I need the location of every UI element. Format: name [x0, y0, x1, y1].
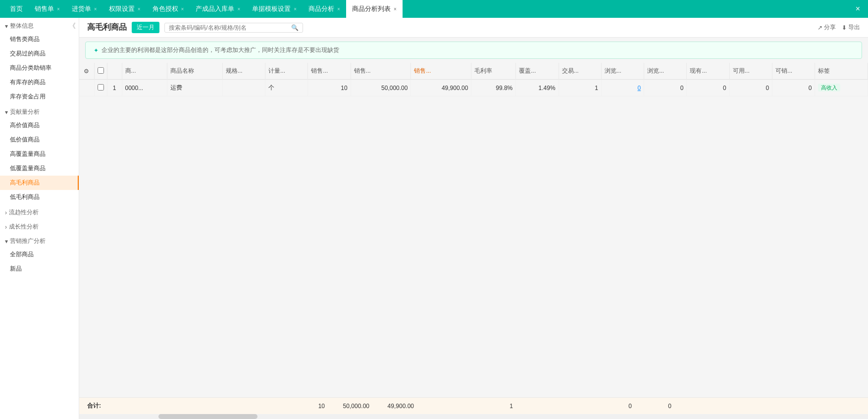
nav-product-in[interactable]: 产成品入库单 ×	[190, 0, 246, 18]
sidebar-group-overview[interactable]: ▾ 整体信息	[0, 18, 79, 32]
sidebar-item-stock-capital[interactable]: 库存资金占用	[0, 90, 79, 104]
export-button[interactable]: ⬇ 导出	[842, 23, 860, 32]
nav-role-close[interactable]: ×	[181, 6, 184, 12]
col-name[interactable]: 商品名称	[167, 63, 222, 80]
sidebar-item-high-value[interactable]: 高价值商品	[0, 118, 79, 133]
row-spec	[222, 80, 265, 96]
sidebar-item-category-rate[interactable]: 商品分类助销率	[0, 61, 79, 75]
sidebar-item-stock-goods[interactable]: 有库存的商品	[0, 75, 79, 90]
sidebar-item-traded-goods[interactable]: 交易过的商品	[0, 47, 79, 61]
row-settings	[79, 80, 94, 96]
topnav-close-button[interactable]: ×	[852, 4, 864, 13]
col-coverage[interactable]: 覆盖...	[516, 63, 559, 80]
nav-purchase-close[interactable]: ×	[94, 6, 97, 12]
header-actions: ↗ 分享 ⬇ 导出	[817, 23, 860, 32]
col-sales-qty[interactable]: 销售...	[308, 63, 351, 80]
row-browse1[interactable]: 0	[601, 80, 644, 96]
row-gross-margin: 99.8%	[471, 80, 516, 96]
sidebar-group-marketing[interactable]: ▾ 营销推广分析	[0, 233, 79, 247]
nav-goods-analysis-close[interactable]: ×	[337, 6, 340, 12]
content-area: 高毛利商品 近一月 🔍 ↗ 分享 ⬇ 导出 ✦ 企业的主要的利润都是这部分商品创…	[79, 18, 868, 419]
row-current-stock: 0	[687, 80, 729, 96]
sidebar-group-growth[interactable]: › 成长性分析	[0, 219, 79, 233]
row-checkbox[interactable]	[94, 80, 107, 96]
row-unit: 个	[265, 80, 308, 96]
sidebar-collapse-button[interactable]: 《	[69, 22, 76, 31]
row-name: 运费	[167, 80, 222, 96]
col-browse1[interactable]: 浏览...	[601, 63, 644, 80]
sidebar-group-marketing-label: 营销推广分析	[10, 237, 46, 245]
col-sales-profit[interactable]: 销售...	[411, 63, 471, 80]
nav-home[interactable]: 首页	[4, 0, 29, 18]
row-sellable-stock: 0	[772, 80, 815, 96]
search-box: 🔍	[164, 23, 303, 33]
col-unit[interactable]: 计量...	[265, 63, 308, 80]
search-input[interactable]	[169, 24, 289, 31]
nav-role[interactable]: 角色授权 ×	[147, 0, 190, 18]
row-index: 1	[107, 80, 122, 96]
table-container: ⚙ 商... 商品名称 规格... 计量... 销售... 销售... 销售..…	[79, 63, 868, 397]
sidebar-item-all-goods[interactable]: 全部商品	[0, 247, 79, 262]
goods-table: ⚙ 商... 商品名称 规格... 计量... 销售... 销售... 销售..…	[79, 63, 868, 96]
row-tag: 高收入	[815, 80, 868, 96]
col-sellable-stock[interactable]: 可销...	[772, 63, 815, 80]
nav-permission[interactable]: 权限设置 ×	[103, 0, 147, 18]
col-checkbox[interactable]	[94, 63, 107, 80]
info-banner-text: 企业的主要的利润都是这部分商品创造的，可考虑加大推广，同时关注库存是不要出现缺货	[102, 46, 339, 54]
info-icon: ✦	[94, 47, 99, 54]
nav-purchase[interactable]: 进货单 ×	[66, 0, 103, 18]
sidebar-group-flow[interactable]: › 流趋性分析	[0, 204, 79, 219]
footer-sales-amount: 50,000.00	[325, 403, 369, 410]
row-sales-profit: 49,900.00	[411, 80, 471, 96]
col-gross-margin[interactable]: 毛利率	[471, 63, 516, 80]
row-browse2: 0	[644, 80, 687, 96]
nav-goods-analysis[interactable]: 商品分析 ×	[303, 0, 346, 18]
nav-goods-analysis-list[interactable]: 商品分析列表 ×	[346, 0, 403, 18]
main-layout: 《 ▾ 整体信息 销售类商品 交易过的商品 商品分类助销率 有库存的商品 库存资…	[0, 18, 868, 419]
col-available-stock[interactable]: 可用...	[729, 63, 772, 80]
footer-total-bar: 合计: 10 50,000.00 49,900.00 1 0 0	[79, 397, 868, 414]
sidebar-item-high-margin[interactable]: 高毛利商品	[0, 176, 79, 190]
nav-product-in-close[interactable]: ×	[237, 6, 240, 12]
nav-template[interactable]: 单据模板设置 ×	[246, 0, 303, 18]
table-header-row: ⚙ 商... 商品名称 规格... 计量... 销售... 销售... 销售..…	[79, 63, 868, 80]
sidebar-group-contribution[interactable]: ▾ 贡献量分析	[0, 104, 79, 118]
sidebar-group-flow-label: 流趋性分析	[9, 208, 39, 217]
row-code: 0000...	[122, 80, 167, 96]
col-tag[interactable]: 标签	[815, 63, 868, 80]
footer-current-stock: 0	[592, 403, 632, 410]
nav-sales[interactable]: 销售单 ×	[29, 0, 66, 18]
horizontal-scrollbar[interactable]	[79, 414, 868, 419]
nav-template-close[interactable]: ×	[294, 6, 297, 12]
col-browse2[interactable]: 浏览...	[644, 63, 687, 80]
sidebar-item-high-coverage[interactable]: 高覆盖量商品	[0, 147, 79, 161]
nav-sales-close[interactable]: ×	[57, 6, 60, 12]
col-current-stock[interactable]: 现有...	[687, 63, 729, 80]
col-sales-amount[interactable]: 销售...	[351, 63, 411, 80]
nav-template-label: 单据模板设置	[252, 4, 291, 13]
table-row: 1 0000... 运费 个 10 50,000.00 49,900.00 99…	[79, 80, 868, 96]
sidebar-item-new-goods[interactable]: 新品	[0, 262, 79, 276]
col-settings[interactable]: ⚙	[79, 63, 94, 80]
sidebar-item-sales-goods[interactable]: 销售类商品	[0, 32, 79, 47]
col-transaction[interactable]: 交易...	[559, 63, 601, 80]
sidebar-item-low-margin[interactable]: 低毛利商品	[0, 190, 79, 204]
sidebar-item-low-coverage[interactable]: 低覆盖量商品	[0, 161, 79, 176]
nav-permission-close[interactable]: ×	[138, 6, 141, 12]
content-header: 高毛利商品 近一月 🔍 ↗ 分享 ⬇ 导出	[79, 18, 868, 38]
share-icon: ↗	[817, 24, 822, 31]
export-icon: ⬇	[842, 24, 847, 31]
sidebar-item-low-value[interactable]: 低价值商品	[0, 133, 79, 147]
col-spec[interactable]: 规格...	[222, 63, 265, 80]
col-code[interactable]: 商...	[122, 63, 167, 80]
footer-total-label: 合计:	[87, 402, 127, 410]
nav-goods-analysis-list-close[interactable]: ×	[394, 6, 397, 12]
select-all-checkbox[interactable]	[98, 67, 104, 74]
row-select-checkbox[interactable]	[98, 84, 104, 91]
sidebar-group-flow-arrow: ›	[5, 209, 7, 216]
date-filter-button[interactable]: 近一月	[132, 22, 159, 33]
scrollbar-thumb[interactable]	[158, 414, 257, 419]
sidebar-group-marketing-arrow: ▾	[5, 238, 8, 245]
share-button[interactable]: ↗ 分享	[817, 23, 836, 32]
nav-product-in-label: 产成品入库单	[196, 4, 234, 13]
